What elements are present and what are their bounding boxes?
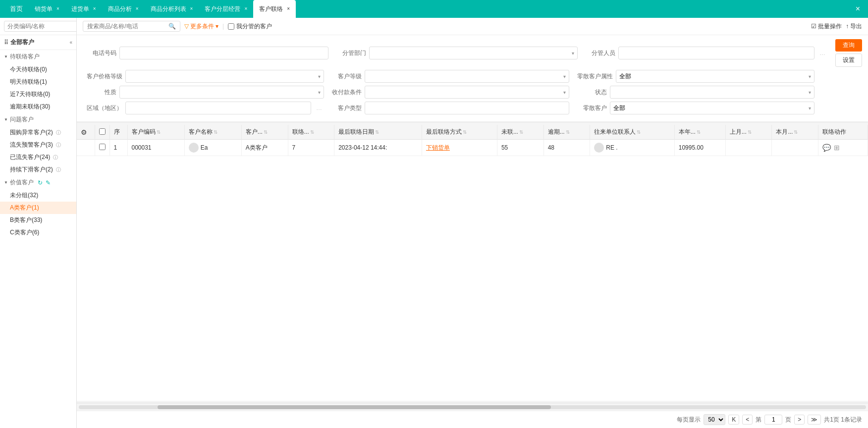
- batch-checkbox-icon: ☑: [811, 23, 816, 30]
- filter-manager-dots[interactable]: …: [817, 50, 827, 56]
- nav-customer-layer[interactable]: 客户分层经营 ×: [199, 0, 253, 18]
- th-overdue[interactable]: 逾期...⇅: [543, 125, 590, 140]
- th-contact2[interactable]: 往来单位联系人⇅: [590, 125, 674, 140]
- filter-payment-select[interactable]: ▾: [365, 86, 569, 99]
- filter-manager-input[interactable]: [618, 47, 814, 59]
- nav-purchase-close[interactable]: ×: [93, 0, 96, 18]
- filter-retail-customer-select[interactable]: 全部 ▾: [610, 102, 814, 114]
- export-btn[interactable]: ↑ 导出: [846, 22, 862, 31]
- td-index: 1: [109, 140, 127, 156]
- window-close-btn[interactable]: ×: [852, 4, 864, 13]
- th-type[interactable]: 客户...⇅: [241, 125, 288, 140]
- select-all-checkbox[interactable]: [99, 128, 106, 135]
- triangle-icon: ▼: [4, 54, 8, 59]
- sidebar-group-value[interactable]: ▼ 价值客户 ↻ ✎: [0, 176, 76, 189]
- info-icon-2: ⓘ: [56, 142, 61, 149]
- filter-region-input[interactable]: [125, 102, 311, 114]
- first-page-btn[interactable]: K: [728, 415, 739, 425]
- next-page-btn[interactable]: >: [794, 415, 805, 425]
- nav-customer-contact-close[interactable]: ×: [287, 0, 290, 18]
- toolbar-search-input[interactable]: [87, 23, 166, 30]
- my-customers-checkbox[interactable]: [228, 23, 234, 30]
- sidebar-item-c-class[interactable]: C类客户(6): [0, 226, 76, 239]
- filter-price-grade: 客户价格等级 ▾: [83, 70, 328, 83]
- filter-dept-select[interactable]: ▾: [369, 47, 578, 59]
- nav-goods-analysis[interactable]: 商品分析 ×: [102, 0, 145, 18]
- td-contact-count: 7: [288, 140, 334, 156]
- sidebar-item-declining[interactable]: 持续下滑客户(2) ⓘ: [0, 163, 76, 176]
- row-checkbox[interactable]: [99, 144, 106, 150]
- nav-home[interactable]: 首页: [4, 0, 29, 18]
- td-last-method[interactable]: 下销货单: [422, 140, 497, 156]
- grid-action-icon[interactable]: ⊞: [834, 144, 840, 152]
- per-page-select[interactable]: 50: [704, 414, 725, 425]
- sidebar-item-today[interactable]: 今天待联络(0): [0, 63, 76, 76]
- last-method-link[interactable]: 下销货单: [426, 144, 450, 151]
- filter-phone-input[interactable]: [119, 47, 328, 59]
- th-contact-count[interactable]: 联络...⇅: [288, 125, 334, 140]
- sidebar-group-problem[interactable]: ▼ 问题客户: [0, 113, 76, 126]
- last-page-btn[interactable]: ≫: [808, 415, 821, 425]
- settings-btn[interactable]: 设置: [835, 54, 862, 67]
- sidebar-item-b-class[interactable]: B类客户(33): [0, 214, 76, 226]
- filter-dropdown-icon: ▾: [216, 23, 218, 30]
- settings-gear-icon[interactable]: ⚙: [81, 128, 87, 136]
- td-checkbox[interactable]: [95, 140, 109, 156]
- nav-purchase[interactable]: 进货单 ×: [65, 0, 102, 18]
- nav-sales[interactable]: 销货单 ×: [29, 0, 65, 18]
- filter-nature-select[interactable]: ▾: [119, 86, 324, 99]
- th-this-month[interactable]: 本月...⇅: [772, 125, 818, 140]
- sidebar-item-churn-warning[interactable]: 流失预警客户(3) ⓘ: [0, 139, 76, 151]
- th-last-date[interactable]: 最后联络日期⇅: [334, 125, 422, 140]
- filter-customer-type-input[interactable]: [365, 102, 569, 114]
- th-settings[interactable]: ⚙: [77, 125, 95, 140]
- nav-customer-layer-close[interactable]: ×: [244, 0, 247, 18]
- search-btn[interactable]: 查询: [835, 39, 862, 52]
- th-this-year[interactable]: 本年...⇅: [674, 125, 725, 140]
- sidebar-item-churned[interactable]: 已流失客户(24) ⓘ: [0, 151, 76, 163]
- sidebar-item-overdue[interactable]: 逾期未联络(30): [0, 101, 76, 113]
- th-code[interactable]: 客户编码⇅: [127, 125, 184, 140]
- value-group-edit-icon[interactable]: ✎: [46, 179, 51, 186]
- filter-status-select[interactable]: ▾: [610, 86, 814, 99]
- th-last-method[interactable]: 最后联络方式⇅: [422, 125, 497, 140]
- chat-action-icon[interactable]: 💬: [822, 144, 831, 152]
- filter-status: 状态 ▾: [573, 86, 818, 99]
- horizontal-scrollbar-thumb[interactable]: [158, 405, 551, 409]
- sidebar-search-input[interactable]: [4, 21, 77, 32]
- sidebar-item-a-class[interactable]: A类客户(1): [0, 202, 76, 214]
- nav-sales-close[interactable]: ×: [56, 0, 59, 18]
- sidebar-item-7days[interactable]: 近7天待联络(0): [0, 88, 76, 101]
- sidebar-collapse-btn[interactable]: «: [69, 40, 72, 45]
- export-icon: ↑: [846, 23, 849, 30]
- value-group-refresh-icon[interactable]: ↻: [38, 179, 43, 186]
- filter-price-grade-select[interactable]: ▾: [125, 70, 324, 83]
- nav-goods-list[interactable]: 商品分析列表 ×: [145, 0, 199, 18]
- toolbar-search-icon[interactable]: 🔍: [168, 23, 176, 30]
- th-name[interactable]: 客户名称⇅: [184, 125, 241, 140]
- filter-retail-attr-select[interactable]: 全部 ▾: [616, 70, 814, 83]
- sidebar-group-pending[interactable]: ▼ 待联络客户: [0, 50, 76, 63]
- th-last-month[interactable]: 上月...⇅: [725, 125, 772, 140]
- sort-lmonth-icon: ⇅: [748, 129, 752, 135]
- filter-more-btn[interactable]: ▽ 更多条件 ▾: [184, 22, 218, 31]
- sidebar-item-hoarding[interactable]: 囤购异常客户(2) ⓘ: [0, 126, 76, 139]
- batch-op-btn[interactable]: ☑ 批量操作: [811, 22, 842, 31]
- td-this-month: [772, 140, 818, 156]
- horizontal-scrollbar[interactable]: [79, 405, 866, 409]
- nav-goods-analysis-close[interactable]: ×: [136, 0, 139, 18]
- nav-goods-list-close[interactable]: ×: [190, 0, 193, 18]
- sidebar-item-tomorrow[interactable]: 明天待联络(1): [0, 76, 76, 88]
- filter-payment: 收付款条件 ▾: [328, 86, 573, 99]
- th-checkbox[interactable]: [95, 125, 109, 140]
- sidebar-item-ungrouped[interactable]: 未分组(32): [0, 189, 76, 202]
- prev-page-btn[interactable]: <: [742, 415, 753, 425]
- filter-region-dots[interactable]: …: [314, 105, 324, 111]
- th-uncontacted[interactable]: 未联...⇅: [497, 125, 543, 140]
- nav-customer-contact[interactable]: 客户联络 ×: [253, 0, 296, 18]
- filter-customer-grade-select[interactable]: ▾: [365, 70, 569, 83]
- filter-customer-grade-label: 客户等级: [332, 72, 362, 81]
- my-customers-checkbox-area[interactable]: 我分管的客户: [228, 22, 272, 31]
- page-number-input[interactable]: [764, 415, 782, 425]
- horizontal-scrollbar-area: [77, 403, 868, 411]
